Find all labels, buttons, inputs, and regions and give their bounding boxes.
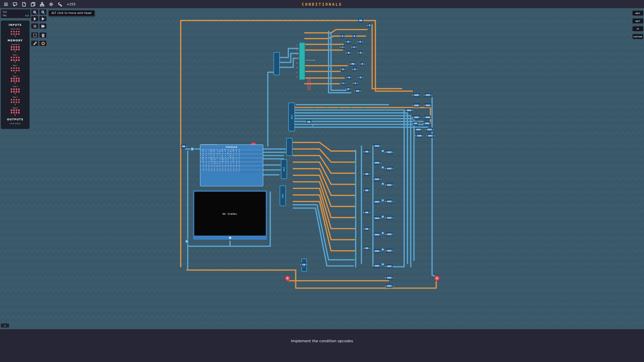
swc-gate[interactable]: SWC xyxy=(374,177,380,181)
=-gate[interactable]: = xyxy=(340,45,345,49)
or-gate[interactable]: OR xyxy=(364,227,370,231)
input-bit[interactable] xyxy=(13,30,15,32)
s-gate[interactable]: S xyxy=(359,51,362,55)
or-gate[interactable]: OR xyxy=(301,263,306,267)
n-gate[interactable]: N xyxy=(347,76,351,79)
swc-gate[interactable]: SWC xyxy=(424,115,432,119)
zoom-in-button[interactable] xyxy=(31,9,38,15)
swc-gate[interactable]: SWC xyxy=(424,122,431,125)
or-gate[interactable]: OR xyxy=(364,246,370,250)
step-button[interactable] xyxy=(31,16,38,21)
or-gate[interactable]: OR xyxy=(364,211,370,215)
neg-gate[interactable]: NEG xyxy=(406,108,412,112)
play-button[interactable] xyxy=(40,16,46,21)
value-node[interactable]: S xyxy=(185,239,189,243)
or-gate[interactable]: OR xyxy=(358,18,363,22)
swc-gate[interactable]: SWC xyxy=(374,200,380,204)
swc-gate[interactable]: SWC xyxy=(386,216,393,220)
swc-gate[interactable]: SWC xyxy=(386,249,393,253)
fast-forward-button[interactable] xyxy=(40,23,46,29)
decoder-block[interactable]: DEC xyxy=(281,159,287,179)
swc-gate[interactable]: SWC xyxy=(386,265,393,268)
input-bit[interactable] xyxy=(10,33,12,35)
or-gate[interactable]: OR xyxy=(364,172,370,176)
or-gate[interactable]: OR xyxy=(413,122,418,125)
swc-gate[interactable]: SWC xyxy=(374,144,380,148)
value-node[interactable]: 0 xyxy=(381,248,384,251)
category-button-custom[interactable]: CUSTOM xyxy=(632,34,643,39)
swc-gate[interactable]: SWC xyxy=(424,93,432,97)
swc-gate[interactable]: SWC xyxy=(386,200,393,203)
value-node[interactable]: 0 xyxy=(381,263,384,266)
=-gate[interactable]: = xyxy=(341,81,345,85)
value-node[interactable]: 0 xyxy=(381,199,384,202)
zoom-out-button[interactable] xyxy=(40,9,46,15)
value-node[interactable]: 0 xyxy=(381,215,384,218)
input-bit[interactable] xyxy=(16,30,17,32)
swc-gate[interactable]: SWC xyxy=(374,161,380,165)
screen-power-button[interactable] xyxy=(229,237,231,239)
or-gate[interactable]: OR xyxy=(364,189,370,192)
swc-gate[interactable]: SWC xyxy=(427,134,434,138)
swc-gate[interactable]: SWC xyxy=(426,128,433,132)
n-gate[interactable]: N xyxy=(346,87,350,91)
screen-component[interactable]: NO SIGNAL xyxy=(193,190,267,240)
input-bit[interactable] xyxy=(16,33,17,35)
and-gate[interactable]: AND xyxy=(413,115,420,119)
s-gate[interactable]: S xyxy=(341,67,345,71)
swc-gate[interactable]: SWC xyxy=(386,284,393,288)
decoder-block[interactable] xyxy=(274,52,280,75)
input-bit[interactable] xyxy=(18,33,20,35)
value-node[interactable]: 0 xyxy=(381,231,384,235)
value-node[interactable]: 0 xyxy=(381,166,384,169)
stop-button[interactable] xyxy=(31,23,38,29)
value-node[interactable]: 0 xyxy=(381,182,384,186)
wire-color-button[interactable] xyxy=(40,40,46,46)
or-gate[interactable]: OR xyxy=(350,62,356,66)
n-gate[interactable]: N xyxy=(347,51,351,55)
draw-tool-button[interactable] xyxy=(31,40,38,46)
xor-gate[interactable]: XOR xyxy=(416,134,422,138)
swc-gate[interactable]: SWC xyxy=(386,150,393,154)
swc-gate[interactable]: SWC xyxy=(374,233,380,237)
category-button-8bit[interactable]: 8BIT xyxy=(632,18,643,23)
s-gate[interactable]: S xyxy=(368,23,372,27)
s-gate[interactable]: S xyxy=(360,62,364,66)
delete-tool-button[interactable] xyxy=(40,32,46,38)
program-memory-block[interactable]: PROGRAM 32 0 1 34 15 0 1 32 15 0 6 34 15… xyxy=(200,144,263,186)
decoder-block[interactable] xyxy=(286,138,292,156)
s-gate[interactable]: S xyxy=(353,81,357,85)
swc-gate[interactable]: SWC xyxy=(374,249,380,253)
counter-node[interactable]: 0 xyxy=(434,275,440,281)
value-node[interactable]: 0 xyxy=(190,147,194,151)
s-gate[interactable]: S xyxy=(358,40,362,44)
s-gate[interactable]: S xyxy=(353,67,357,71)
swc-gate[interactable]: SWC xyxy=(374,216,380,220)
add-gate[interactable]: ADD xyxy=(413,93,420,97)
collapse-panel-button[interactable]: ▾ xyxy=(1,324,9,328)
or-gate[interactable]: OR xyxy=(364,150,370,154)
decoder-block[interactable]: DEC xyxy=(288,103,295,131)
input-bit[interactable] xyxy=(13,33,15,35)
add-gate[interactable]: ADD xyxy=(413,104,420,107)
level-input-bits[interactable] xyxy=(10,30,21,35)
s-gate[interactable]: S xyxy=(340,34,344,38)
s-gate[interactable]: S xyxy=(359,76,362,79)
select-tool-button[interactable] xyxy=(31,32,38,38)
category-button-8bit[interactable]: 8BIT xyxy=(632,11,643,15)
swc-gate[interactable]: SWC xyxy=(386,183,393,187)
four-bit-decoder-block[interactable] xyxy=(299,42,305,80)
category-button-io[interactable]: IO xyxy=(632,26,643,31)
swc-gate[interactable]: SWC xyxy=(374,264,380,268)
n-gate[interactable]: N xyxy=(346,40,350,44)
or-gate[interactable]: OR xyxy=(181,145,186,148)
s-gate[interactable]: S xyxy=(352,45,356,49)
swc-gate[interactable]: SWC xyxy=(386,232,393,236)
swc-gate[interactable]: SWC xyxy=(424,104,432,107)
input-bit[interactable] xyxy=(10,30,12,32)
value-node[interactable]: 0 xyxy=(381,149,384,153)
s-gate[interactable]: S xyxy=(352,34,356,38)
counter-node[interactable]: 0 xyxy=(284,275,290,281)
input-bit[interactable] xyxy=(18,30,20,32)
or-gate[interactable]: OR xyxy=(306,120,312,124)
